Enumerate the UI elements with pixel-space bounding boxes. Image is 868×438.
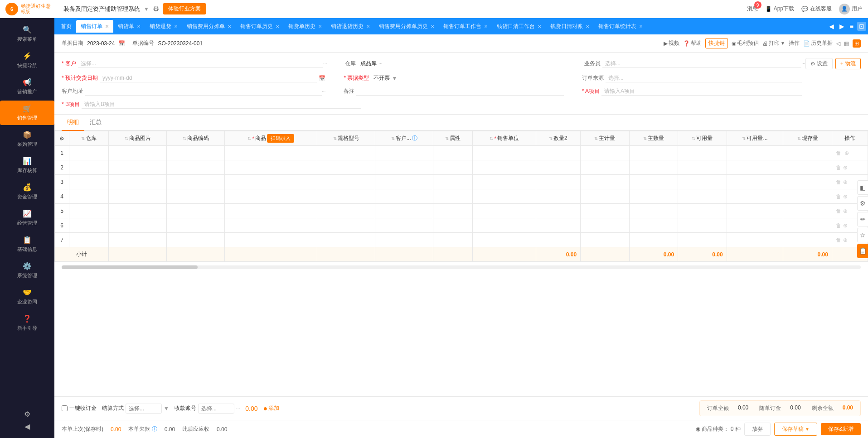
row-main-qty[interactable]	[629, 204, 678, 218]
salesperson-input[interactable]	[602, 59, 801, 68]
sidebar-item-promotion[interactable]: 📢 营销推广	[0, 74, 54, 99]
solution-button[interactable]: 体验行业方案	[163, 3, 206, 14]
row-sales-unit[interactable]	[473, 189, 536, 204]
tab-close-icon[interactable]: ✕	[639, 24, 643, 29]
float-btn-1[interactable]: ◧	[857, 180, 868, 195]
sort-icon[interactable]: ⇅	[594, 136, 598, 141]
scan-button[interactable]: 扫码录入	[267, 134, 294, 143]
row-available-qty[interactable]	[678, 233, 727, 247]
row-sales-unit[interactable]	[473, 233, 536, 247]
row-qty2[interactable]	[536, 175, 580, 189]
row-goods-code[interactable]	[167, 160, 225, 175]
row-available-more[interactable]	[727, 189, 783, 204]
tab-order-history[interactable]: 销售订单历史 ✕	[236, 20, 284, 33]
table-settings-icon[interactable]: ⚙	[59, 135, 64, 142]
tab-close-icon[interactable]: ✕	[276, 24, 279, 29]
tab-close-icon[interactable]: ✕	[228, 24, 231, 29]
row-available-qty[interactable]	[678, 189, 727, 204]
row-available-qty[interactable]	[678, 218, 727, 233]
row-main-unit[interactable]	[581, 233, 630, 247]
tab-close-icon[interactable]: ✕	[538, 24, 541, 29]
sort-icon[interactable]: ⇅	[490, 136, 493, 141]
tab-close-icon[interactable]: ✕	[318, 24, 322, 29]
sidebar-item-system[interactable]: ⚙️ 系统管理	[0, 258, 54, 283]
row-goods-name[interactable]	[225, 175, 317, 189]
tab-sales-order[interactable]: 销售订单 ✕	[76, 20, 113, 33]
row-main-qty[interactable]	[629, 189, 678, 204]
operate-btn[interactable]: 操作	[789, 39, 800, 47]
th-available-more[interactable]: ⇅ 可用量...	[727, 131, 783, 146]
tab-next-icon[interactable]: ▶	[838, 23, 846, 30]
tab-credit-history[interactable]: 销货单历史 ✕	[284, 20, 326, 33]
delivery-calendar-icon[interactable]: 📅	[319, 75, 325, 82]
delivery-date-input[interactable]	[100, 74, 317, 82]
layout-icon-1[interactable]: ◁	[836, 40, 840, 47]
row-goods-image[interactable]	[109, 204, 167, 218]
date-value[interactable]: 2023-03-24	[87, 40, 115, 47]
sort-icon[interactable]: ⇅	[391, 136, 395, 141]
payment-method-input[interactable]	[126, 404, 162, 414]
a-project-input[interactable]	[601, 87, 802, 96]
tab-return-history[interactable]: 销货退货历史 ✕	[326, 20, 374, 33]
sort-icon[interactable]: ⇅	[692, 136, 695, 141]
sort-icon[interactable]: ⇅	[549, 136, 553, 141]
system-dropdown-icon[interactable]: ▼	[144, 6, 149, 12]
row-stock-qty[interactable]	[783, 189, 832, 204]
row-main-qty[interactable]	[629, 146, 678, 160]
row-spec-model[interactable]	[317, 160, 375, 175]
tab-sales-return[interactable]: 销货退货 ✕	[145, 20, 182, 33]
row-attribute[interactable]	[433, 175, 473, 189]
view-btn[interactable]: ▶ 视频	[664, 39, 679, 47]
row-attribute[interactable]	[433, 204, 473, 218]
row-goods-name[interactable]	[225, 204, 317, 218]
row-goods-code[interactable]	[167, 175, 225, 189]
th-goods-image[interactable]: ⇅ 商品图片	[109, 131, 167, 146]
th-sales-unit[interactable]: ⇅ * 销售单位	[473, 131, 536, 146]
row-delete-icon[interactable]: 🗑	[836, 193, 841, 200]
row-available-qty[interactable]	[678, 175, 727, 189]
row-main-unit[interactable]	[581, 160, 630, 175]
payment-dropdown-icon[interactable]: ▼	[164, 405, 169, 412]
row-qty2[interactable]	[536, 146, 580, 160]
note-input[interactable]	[356, 87, 563, 96]
row-goods-image[interactable]	[109, 189, 167, 204]
float-btn-5[interactable]: 📋	[857, 244, 868, 258]
print-dropdown-icon[interactable]: ▼	[781, 41, 785, 46]
account-more-icon[interactable]: ···	[236, 406, 240, 411]
row-qty2[interactable]	[536, 218, 580, 233]
sidebar-item-ops[interactable]: 📈 经营管理	[0, 206, 54, 230]
row-attribute[interactable]	[433, 233, 473, 247]
sort-icon[interactable]: ⇅	[742, 136, 746, 141]
tab-close-icon[interactable]: ✕	[586, 24, 589, 29]
row-attribute[interactable]	[433, 189, 473, 204]
scrollbar-track[interactable]	[62, 265, 861, 269]
sort-icon[interactable]: ⇅	[183, 136, 186, 141]
th-main-qty[interactable]: ⇅ 主数量	[629, 131, 678, 146]
account-input[interactable]	[198, 404, 234, 414]
scrollbar-thumb[interactable]	[62, 265, 198, 269]
row-customer-code[interactable]	[375, 204, 433, 218]
add-button[interactable]: ● 添加	[263, 404, 279, 413]
discard-button[interactable]: 放弃	[744, 423, 771, 436]
app-download[interactable]: 📱 App下载	[765, 5, 794, 13]
row-qty2[interactable]	[536, 189, 580, 204]
tab-close-icon[interactable]: ✕	[431, 24, 434, 29]
th-spec-model[interactable]: ⇅ 规格型号	[317, 131, 375, 146]
layout-icon-3[interactable]: ⊞	[853, 39, 861, 48]
row-sales-unit[interactable]	[473, 160, 536, 175]
customer-input[interactable]	[78, 59, 323, 68]
row-goods-name[interactable]	[225, 189, 317, 204]
row-goods-image[interactable]	[109, 160, 167, 175]
tab-summary[interactable]: 汇总	[84, 115, 107, 131]
row-main-unit[interactable]	[581, 175, 630, 189]
row-main-qty[interactable]	[629, 233, 678, 247]
row-goods-image[interactable]	[109, 233, 167, 247]
one-click-check[interactable]	[62, 405, 68, 411]
row-warehouse[interactable]	[69, 218, 109, 233]
row-customer-code[interactable]	[375, 218, 433, 233]
row-delete-icon[interactable]: 🗑	[836, 237, 841, 243]
row-copy-icon[interactable]: ⊕	[843, 222, 848, 229]
row-available-more[interactable]	[727, 160, 783, 175]
row-customer-code[interactable]	[375, 160, 433, 175]
tab-close-icon[interactable]: ✕	[137, 24, 141, 29]
